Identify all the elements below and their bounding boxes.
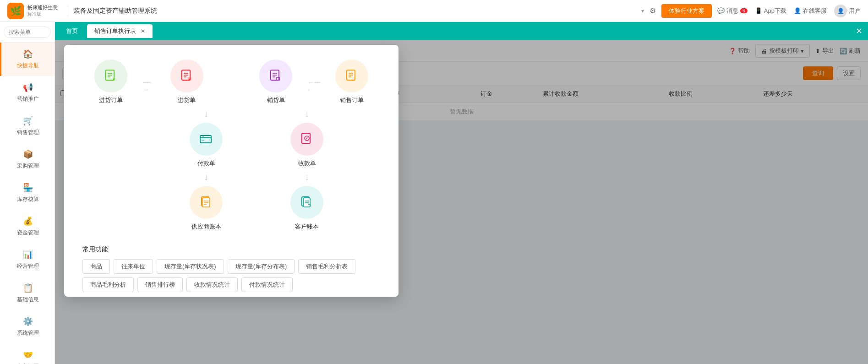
logo-text: 畅康通好生意 [27,4,58,11]
arrow-down-purchase: ↓ [204,108,208,119]
content-area: 首页 销售订单执行表 ✕ ✕ ❓ 帮助 🖨 [55,22,868,364]
sales-order-label: 销售订单 [340,96,364,104]
arrow-down-payment: ↓ [204,171,208,182]
arrow-down-receipt: ↓ [305,171,309,182]
sidebar-item-purchase[interactable]: 📦 采购管理 [0,143,55,176]
sidebar-search-area [0,22,55,43]
logo-icon: 🌿 [7,3,24,19]
supplier-ledger-icon [190,186,223,219]
receipt-icon: ¥ [290,123,323,156]
flow-node-receipt[interactable]: ¥ 收款单 [275,123,339,168]
download-icon: 📱 [755,7,762,14]
func-stock-dist[interactable]: 现存量(库存分布表) [228,259,295,274]
supplier-ledger-label: 供应商账本 [191,223,221,231]
avatar: 👤 [834,5,847,17]
func-sales-rank[interactable]: 销售排行榜 [137,277,183,292]
svg-text:¥: ¥ [202,135,204,138]
sidebar-item-finance[interactable]: 💰 资金管理 [0,210,55,243]
svg-rect-19 [202,140,204,141]
receipt-label: 收款单 [298,159,316,168]
online-service-btn[interactable]: 👤 在线客服 [794,7,827,15]
sidebar-item-marketing[interactable]: 📢 营销推广 [0,76,55,109]
arrow-down-sales: ↓ [305,108,309,119]
basic-info-icon: 📋 [23,283,33,293]
flow-node-sales-slip[interactable]: 销货单 [247,60,304,104]
func-receipt-stats[interactable]: 收款情况统计 [186,277,238,292]
svg-text:¥: ¥ [306,137,308,140]
sidebar: 🏠 快捷导航 📢 营销推广 🛒 销售管理 📦 采购管理 🏪 库存核算 💰 [0,22,55,364]
message-label: 消息 [726,7,738,15]
sidebar-item-sales[interactable]: 🛒 销售管理 [0,109,55,143]
func-stock-status[interactable]: 现存量(库存状况表) [157,259,224,274]
search-input[interactable] [4,27,51,38]
purchase-order-label: 进货订单 [99,96,123,104]
experience-btn[interactable]: 体验行业方案 [661,4,712,18]
sidebar-label-basic-info: 基础信息 [17,296,39,304]
app-download-btn[interactable]: 📱 App下载 [755,7,786,15]
sidebar-item-basic-info[interactable]: 📋 基础信息 [0,277,55,310]
sales-slip-label: 销货单 [267,96,285,104]
purchase-order-icon [94,60,127,92]
tab-sales-label: 销售订单执行表 [94,27,136,35]
sidebar-label-purchase: 采购管理 [17,162,39,170]
sales-order-icon [335,60,368,92]
sidebar-label-quick-nav: 快捷导航 [17,62,39,70]
arrow-purchase-to-slip: - - - - → [143,79,155,104]
user-area[interactable]: 👤 用户 [834,5,861,17]
flow-node-purchase-slip[interactable]: 进货单 [158,60,215,104]
gear-icon[interactable]: ⚙ [650,6,656,15]
tab-home[interactable]: 首页 [59,24,85,38]
system-dropdown-arrow[interactable]: ▾ [641,8,644,14]
payment-icon: ¥ [190,123,223,156]
flow-node-customer-ledger[interactable]: 客户账本 [275,186,339,231]
sidebar-item-enterprise[interactable]: 🤝 企业协同 [0,343,55,364]
svg-rect-25 [202,198,210,207]
flow-node-sales-order[interactable]: 销售订单 [323,60,380,104]
customer-ledger-label: 客户账本 [295,223,319,231]
message-btn[interactable]: 💬 消息 6 [717,7,748,15]
tab-home-label: 首页 [66,27,78,35]
sidebar-label-system: 系统管理 [17,329,39,337]
service-icon: 👤 [794,7,801,14]
tab-sales-order-exec[interactable]: 销售订单执行表 ✕ [87,24,153,38]
online-service-label: 在线客服 [803,7,827,15]
sidebar-item-inventory[interactable]: 🏪 库存核算 [0,176,55,210]
payment-label: 付款单 [197,159,215,168]
operations-icon: 📊 [23,250,33,260]
message-icon: 💬 [717,7,725,14]
sidebar-label-inventory: 库存核算 [17,196,39,203]
common-functions: 常用功能 商品 往来单位 现存量(库存状况表) 现存量(库存分布表) 销售毛利分… [82,245,380,292]
sidebar-label-marketing: 营销推广 [17,95,39,103]
app-download-label: App下载 [764,7,786,15]
func-payment-stats[interactable]: 付款情况统计 [241,277,293,292]
function-buttons: 商品 往来单位 现存量(库存状况表) 现存量(库存分布表) 销售毛利分析表 商品… [82,259,380,292]
sidebar-item-system[interactable]: ⚙️ 系统管理 [0,310,55,343]
func-goods-gross[interactable]: 商品毛利分析 [82,277,134,292]
sidebar-label-operations: 经营管理 [17,262,39,270]
inventory-icon: 🏪 [23,183,33,193]
svg-rect-30 [304,198,310,207]
modal-overlay[interactable]: 进货订单 - - - - → [55,40,868,364]
func-counterpart[interactable]: 往来单位 [114,259,153,274]
sidebar-item-operations[interactable]: 📊 经营管理 [0,243,55,277]
sidebar-label-finance: 资金管理 [17,229,39,237]
flow-node-purchase-order[interactable]: 进货订单 [82,60,139,104]
marketing-icon: 📢 [23,82,33,92]
tab-close-icon[interactable]: ✕ [141,28,145,34]
func-sales-gross[interactable]: 销售毛利分析表 [298,259,355,274]
sidebar-item-quick-nav[interactable]: 🏠 快捷导航 [0,43,55,76]
flow-node-payment[interactable]: ¥ 付款单 [174,123,238,168]
purchase-slip-label: 进货单 [178,96,196,104]
quick-nav-modal: 进货订单 - - - - → [64,45,399,297]
home-icon: 🏠 [23,49,33,59]
sidebar-label-sales: 销售管理 [17,129,39,136]
logo-sub: 标准版 [27,11,58,17]
common-functions-title: 常用功能 [82,245,380,254]
tab-close-all-icon[interactable]: ✕ [854,24,864,38]
svg-rect-17 [200,136,211,143]
flow-node-supplier-ledger[interactable]: 供应商账本 [174,186,238,231]
top-actions: 💬 消息 6 📱 App下载 👤 在线客服 👤 用户 [717,5,861,17]
sales-icon: 🛒 [23,116,33,126]
arrow-order-to-slip: ← - - - - [308,79,320,104]
func-goods[interactable]: 商品 [82,259,110,274]
